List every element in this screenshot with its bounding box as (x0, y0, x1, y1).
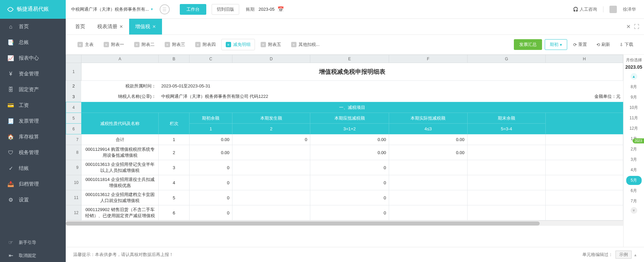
cell[interactable]: 0 (310, 205, 389, 220)
sub-tab[interactable]: ≡主表 (73, 39, 98, 50)
cell[interactable] (467, 134, 546, 145)
cell[interactable]: 0 (232, 134, 310, 145)
refresh-button[interactable]: ⟲ 刷新 (593, 40, 613, 50)
cell[interactable] (467, 160, 546, 175)
scroll-down-icon[interactable]: ▼ (631, 207, 637, 214)
expand-icon[interactable]: ⛶ (634, 24, 639, 30)
sidebar-item[interactable]: 💳工资 (0, 97, 66, 113)
sub-tab[interactable]: ≡附表二 (130, 39, 159, 50)
sidebar-item[interactable]: 📈报表中心 (0, 50, 66, 66)
page-tab[interactable]: 首页 (69, 19, 91, 35)
cell[interactable]: 0 (310, 175, 389, 190)
month-item[interactable]: 7月 (626, 197, 642, 206)
cell[interactable]: 0.00 (310, 134, 389, 145)
col-header[interactable]: H (546, 55, 623, 63)
cell[interactable] (389, 160, 468, 175)
support-link[interactable]: 🎧 人工咨询 (573, 6, 597, 12)
cell[interactable] (546, 205, 623, 220)
cell[interactable] (389, 205, 468, 220)
month-item[interactable]: 12月 (626, 124, 642, 133)
month-item[interactable]: 2月 (626, 145, 642, 154)
col-header[interactable]: B (159, 55, 190, 63)
cell[interactable] (467, 205, 546, 220)
sidebar-item[interactable]: ✓结账 (0, 160, 66, 176)
calendar-icon[interactable]: 📅 (277, 6, 284, 12)
avatar[interactable] (609, 6, 617, 13)
workbench-button[interactable]: 工作台 (180, 4, 206, 15)
sub-tab[interactable]: ≡附表五 (256, 39, 285, 50)
sidebar-item[interactable]: 🛡税务管理 (0, 145, 66, 160)
cell[interactable] (546, 190, 623, 205)
scroll-up-icon[interactable]: ▲ (631, 73, 637, 80)
month-item[interactable]: 11月 (626, 114, 642, 123)
cell[interactable] (546, 175, 623, 190)
cell[interactable]: 0.00 (189, 134, 232, 145)
spreadsheet[interactable]: ABCDEFGH1增值税减免税申报明细表2税款所属时间：2023-05-01至2… (66, 55, 623, 247)
cell[interactable]: 0.00 (389, 134, 468, 145)
cell[interactable] (467, 175, 546, 190)
sidebar-item[interactable]: 🏠库存核算 (0, 129, 66, 145)
month-item[interactable]: 10月 (626, 103, 642, 112)
cell[interactable] (232, 175, 310, 190)
cell[interactable]: 0.00 (310, 145, 389, 160)
cell[interactable]: 0 (189, 175, 232, 190)
cell[interactable] (232, 145, 310, 160)
cell[interactable]: 0 (189, 160, 232, 175)
cell[interactable]: 0 (189, 205, 232, 220)
cell[interactable]: 0 (189, 190, 232, 205)
cell[interactable] (232, 205, 310, 220)
sidebar-item[interactable]: 📑总账 (0, 35, 66, 50)
cell[interactable]: 0.00 (189, 145, 232, 160)
sidebar-item[interactable]: 🧾发票管理 (0, 113, 66, 129)
col-header[interactable]: D (232, 55, 310, 63)
cell[interactable] (546, 145, 623, 160)
month-item[interactable]: 8月 (626, 82, 642, 91)
cell[interactable] (232, 160, 310, 175)
col-header[interactable]: C (189, 55, 232, 63)
col-header[interactable]: G (467, 55, 546, 63)
sidebar-item[interactable]: 🗄固定资产 (0, 82, 66, 97)
month-item[interactable]: 3月 (626, 155, 642, 164)
page-tab[interactable]: 税表清册✕ (91, 19, 129, 35)
month-item[interactable]: 9月 (626, 93, 642, 102)
sub-tab[interactable]: ≡附表一 (99, 39, 128, 50)
reset-button[interactable]: ⟳ 重置 (570, 40, 590, 50)
invoice-summary-button[interactable]: 发票汇总 (514, 39, 542, 50)
col-header[interactable]: A (81, 55, 159, 63)
company-selector[interactable]: 中税网通广泽（天津）税务师事务所有... ▾ (71, 6, 153, 12)
sidebar-item[interactable]: ⌂首页 (0, 19, 66, 35)
cell[interactable] (389, 190, 468, 205)
download-button[interactable]: ⇩ 下载 (616, 40, 637, 50)
month-item[interactable]: 5月 (626, 176, 642, 185)
month-item[interactable]: 4月 (626, 166, 642, 175)
sidebar-footer-item[interactable]: ☞新手引导 (0, 236, 66, 249)
sidebar-item[interactable]: ¥资金管理 (0, 66, 66, 82)
close-icon[interactable]: ✕ (626, 23, 631, 30)
close-icon[interactable]: ✕ (152, 24, 156, 29)
cell[interactable] (546, 160, 623, 175)
h-scrollbar[interactable] (66, 220, 623, 226)
cell[interactable] (467, 190, 546, 205)
quick-action-button[interactable]: ☰ (160, 4, 170, 14)
col-header[interactable]: E (310, 55, 389, 63)
sub-tab[interactable]: ≡减免明细 (221, 39, 255, 50)
month-item[interactable]: 6月 (626, 186, 642, 195)
sidebar-footer-item[interactable]: ⇤取消固定 (0, 249, 66, 262)
cell[interactable] (232, 190, 310, 205)
page-tab[interactable]: 增值税✕ (129, 19, 162, 35)
sidebar-item[interactable]: ⚙设置 (0, 192, 66, 208)
sub-tab[interactable]: ≡其他扣税... (287, 39, 324, 50)
cell[interactable]: 0 (310, 160, 389, 175)
cell[interactable] (467, 145, 546, 160)
close-icon[interactable]: ✕ (119, 24, 123, 29)
col-header[interactable]: F (389, 55, 468, 63)
brand-logo[interactable]: 畅捷通易代账 (0, 0, 66, 19)
sub-tab[interactable]: ≡附表三 (160, 39, 190, 50)
cell[interactable] (389, 175, 468, 190)
cell[interactable]: 0 (310, 190, 389, 205)
cell[interactable]: 0.00 (389, 145, 468, 160)
chevron-up-icon[interactable]: ▴ (634, 252, 637, 257)
period-begin-button[interactable]: 期初 ▾ (545, 39, 567, 50)
switch-old-button[interactable]: 切到旧版 (212, 4, 239, 15)
sidebar-item[interactable]: 📥归档管理 (0, 176, 66, 192)
